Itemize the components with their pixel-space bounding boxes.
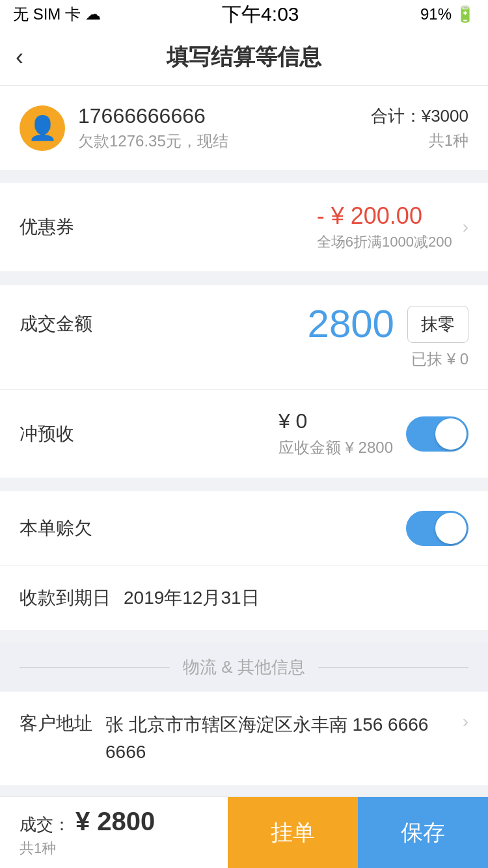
status-time: 下午4:03 — [222, 1, 299, 28]
debt-toggle-knob — [435, 513, 467, 544]
status-right: 91% 🔋 — [420, 5, 475, 23]
bottom-deal-label: 成交： — [20, 813, 70, 836]
bottom-deal: 成交： ¥ 2800 — [20, 807, 208, 836]
debt-label: 本单赊欠 — [20, 516, 92, 541]
content-area: 👤 17666666666 欠款1276.35元，现结 合计：¥3000 共1种… — [0, 86, 488, 868]
customer-right: 合计：¥3000 共1种 — [371, 105, 468, 151]
coupon-row[interactable]: 优惠券 - ¥ 200.00 全场6折满1000减200 › — [0, 183, 488, 272]
due-date-section: 收款到期日 2019年12月31日 — [0, 565, 488, 630]
customer-left: 👤 17666666666 欠款1276.35元，现结 — [20, 104, 228, 152]
hang-button[interactable]: 挂单 — [228, 797, 358, 869]
customer-info: 17666666666 欠款1276.35元，现结 — [78, 104, 228, 152]
deal-sub: 已抹 ¥ 0 — [20, 349, 468, 370]
divider-1 — [0, 170, 488, 183]
precollect-toggle[interactable] — [406, 416, 468, 452]
logistics-divider: 物流 & 其他信息 — [0, 643, 488, 692]
coupon-label: 优惠券 — [20, 215, 74, 239]
precollect-label: 冲预收 — [20, 422, 74, 446]
total-label: 合计：¥3000 — [371, 105, 468, 128]
address-chevron-icon: › — [463, 711, 468, 732]
deal-amount-section: 成交金额 2800 抹零 已抹 ¥ 0 — [0, 285, 488, 389]
page-title: 填写结算等信息 — [167, 42, 321, 72]
coupon-chevron-icon: › — [463, 217, 468, 237]
bottom-info: 成交： ¥ 2800 共1种 — [0, 807, 228, 858]
coupon-amount: - ¥ 200.00 — [317, 202, 452, 230]
nav-bar: ‹ 填写结算等信息 — [0, 29, 488, 86]
back-button[interactable]: ‹ — [16, 44, 23, 71]
deal-amount-right: 2800 抹零 — [308, 305, 468, 344]
logistics-line-right — [318, 667, 468, 668]
coupon-right: - ¥ 200.00 全场6折满1000减200 › — [317, 202, 468, 252]
battery-level: 91% — [420, 5, 452, 23]
logistics-label: 物流 & 其他信息 — [183, 656, 305, 679]
precollect-section: 冲预收 ¥ 0 应收金额 ¥ 2800 — [0, 389, 488, 478]
due-date-label: 收款到期日 — [20, 586, 111, 610]
deal-amount-value: 2800 — [308, 305, 394, 344]
coupon-desc: 全场6折满1000减200 — [317, 232, 452, 252]
bottom-deal-amount: ¥ 2800 — [75, 807, 155, 836]
avatar: 👤 — [20, 105, 65, 151]
battery-icon: 🔋 — [455, 5, 475, 23]
address-value: 张 北京市市辖区海淀区永丰南 156 6666 6666 — [105, 711, 450, 766]
divider-3 — [0, 478, 488, 491]
precollect-amount: ¥ 0 — [278, 409, 393, 433]
customer-count: 共1种 — [371, 130, 468, 151]
divider-4 — [0, 630, 488, 643]
customer-subtext: 欠款1276.35元，现结 — [78, 131, 228, 152]
divider-2 — [0, 272, 488, 285]
address-section[interactable]: 客户地址 张 北京市市辖区海淀区永丰南 156 6666 6666 › — [0, 692, 488, 785]
due-date-value: 2019年12月31日 — [124, 586, 260, 610]
customer-card: 👤 17666666666 欠款1276.35元，现结 合计：¥3000 共1种 — [0, 86, 488, 170]
avatar-icon: 👤 — [28, 115, 57, 142]
status-bar: 无 SIM 卡 ☁ 下午4:03 91% 🔋 — [0, 0, 488, 29]
toggle-knob — [435, 418, 467, 450]
deal-amount-label: 成交金额 — [20, 312, 92, 336]
customer-phone: 17666666666 — [78, 104, 228, 128]
precollect-right: ¥ 0 应收金额 ¥ 2800 — [278, 409, 468, 458]
logistics-line-left — [20, 667, 170, 668]
address-label: 客户地址 — [20, 711, 92, 736]
sim-status: 无 SIM 卡 ☁ — [13, 4, 101, 25]
save-button[interactable]: 保存 — [358, 797, 488, 869]
status-left: 无 SIM 卡 ☁ — [13, 4, 101, 25]
deal-amount-row: 成交金额 2800 抹零 — [20, 305, 468, 344]
bottom-bar: 成交： ¥ 2800 共1种 挂单 保存 — [0, 796, 488, 868]
round-button[interactable]: 抹零 — [407, 306, 468, 343]
precollect-sub: 应收金额 ¥ 2800 — [278, 437, 393, 458]
debt-toggle[interactable] — [406, 511, 468, 546]
debt-section: 本单赊欠 — [0, 491, 488, 565]
bottom-count: 共1种 — [20, 839, 208, 858]
precollect-row: 冲预收 ¥ 0 应收金额 ¥ 2800 — [20, 409, 468, 458]
total-value: ¥3000 — [422, 106, 468, 126]
